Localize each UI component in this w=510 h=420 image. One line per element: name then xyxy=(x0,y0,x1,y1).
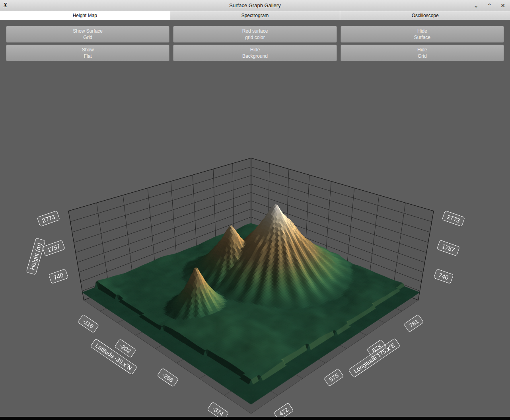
button-label: Show xyxy=(6,47,169,53)
toolbar: Show Surface Grid Red surface grid color… xyxy=(0,20,510,61)
button-label: Surface xyxy=(341,34,504,41)
surface-plot-canvas[interactable] xyxy=(0,62,510,417)
bottom-edge xyxy=(0,417,510,420)
hide-grid-button[interactable]: Hide Grid xyxy=(341,45,504,61)
show-surface-grid-button[interactable]: Show Surface Grid xyxy=(6,26,169,43)
shade-button[interactable]: ⌄ xyxy=(474,3,479,8)
app-icon[interactable]: X xyxy=(3,2,8,8)
button-label: Background xyxy=(173,53,336,59)
button-label: grid color xyxy=(173,34,336,41)
hide-background-button[interactable]: Hide Background xyxy=(173,45,337,61)
button-label: Flat xyxy=(6,53,169,59)
close-button[interactable]: ✕ xyxy=(500,3,505,8)
button-label: Hide xyxy=(341,28,504,34)
tab-oscilloscope[interactable]: Oscilloscope xyxy=(340,11,510,20)
button-label: Hide xyxy=(341,47,504,53)
maximize-button[interactable]: ⌃ xyxy=(487,3,492,8)
button-label: Grid xyxy=(6,34,169,41)
button-label: Red surface xyxy=(173,28,336,34)
titlebar: X Surface Graph Gallery ⌄ ⌃ ✕ xyxy=(0,0,510,11)
tab-height-map[interactable]: Height Map xyxy=(0,11,170,20)
window-title: Surface Graph Gallery xyxy=(0,2,510,8)
show-flat-button[interactable]: Show Flat xyxy=(6,45,169,61)
window-controls: ⌄ ⌃ ✕ xyxy=(474,0,505,11)
button-label: Hide xyxy=(173,47,336,53)
hide-surface-button[interactable]: Hide Surface xyxy=(341,26,504,43)
button-label: Grid xyxy=(341,53,504,59)
window: X Surface Graph Gallery ⌄ ⌃ ✕ Height Map… xyxy=(0,0,510,420)
surface-plot: -116-202-288-374472575678781277327731757… xyxy=(0,62,510,417)
button-label: Show Surface xyxy=(6,28,169,34)
red-surface-grid-color-button[interactable]: Red surface grid color xyxy=(173,26,337,43)
tab-bar: Height Map Spectrogram Oscilloscope xyxy=(0,11,510,20)
tab-spectrogram[interactable]: Spectrogram xyxy=(170,11,341,20)
